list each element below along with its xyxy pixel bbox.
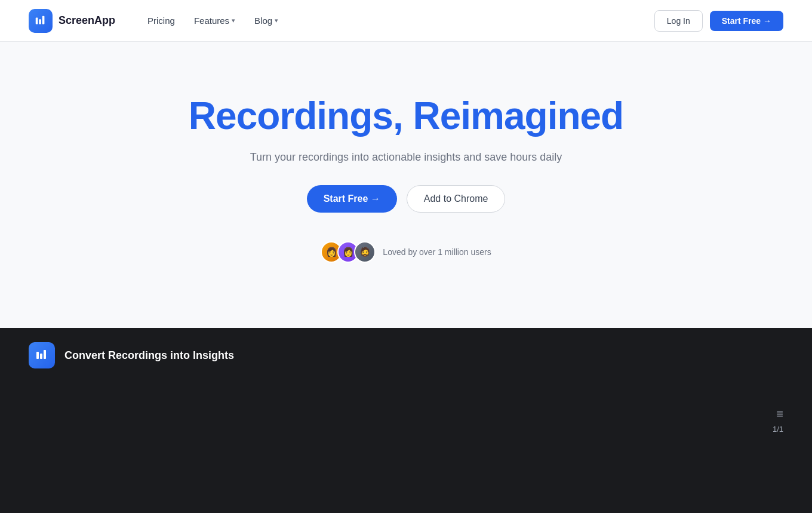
navbar: ScreenApp Pricing Features ▾ Blog ▾ Log … [0,0,812,42]
features-chevron-icon: ▾ [232,17,235,24]
nav-link-pricing[interactable]: Pricing [139,11,183,30]
list-icon[interactable]: ≡ [776,407,783,421]
nav-left: ScreenApp Pricing Features ▾ Blog ▾ [29,9,287,33]
nav-link-blog[interactable]: Blog ▾ [246,11,287,30]
avatar-3: 🧔 [354,241,376,263]
dark-section-controls: ≡ 1/1 [773,407,783,434]
hero-section: Recordings, Reimagined Turn your recordi… [0,42,812,328]
svg-rect-1 [39,19,41,24]
svg-rect-3 [36,352,39,359]
start-free-button[interactable]: Start Free → [307,185,397,213]
nav-right: Log In Start Free → [654,10,783,32]
nav-link-features[interactable]: Features ▾ [186,11,244,30]
nav-links: Pricing Features ▾ Blog ▾ [139,11,287,30]
svg-rect-2 [42,16,45,24]
social-proof-text: Loved by over 1 million users [383,247,491,257]
dark-section: Convert Recordings into Insights ≡ 1/1 [0,328,812,513]
hero-title: Recordings, Reimagined [189,95,623,137]
svg-rect-5 [44,350,46,359]
add-to-chrome-button[interactable]: Add to Chrome [407,185,506,213]
logo-icon [29,9,53,33]
svg-rect-0 [36,17,38,24]
dark-logo-icon [29,342,55,368]
avatars-group: 👩 👩 🧔 [321,241,376,263]
logo-link[interactable]: ScreenApp [29,9,115,33]
nav-start-free-button[interactable]: Start Free → [710,11,783,31]
blog-chevron-icon: ▾ [275,17,278,24]
hero-buttons: Start Free → Add to Chrome [307,185,506,213]
dark-section-inner: Convert Recordings into Insights [29,342,234,368]
dark-section-title: Convert Recordings into Insights [64,349,234,362]
pagination-text: 1/1 [773,425,783,434]
svg-rect-4 [40,354,42,359]
login-button[interactable]: Log In [654,10,703,32]
hero-subtitle: Turn your recordings into actionable ins… [250,151,562,164]
logo-text: ScreenApp [59,14,115,27]
social-proof: 👩 👩 🧔 Loved by over 1 million users [321,241,491,263]
